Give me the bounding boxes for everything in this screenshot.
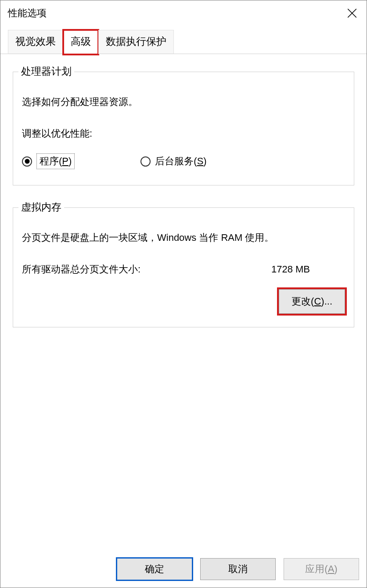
tab-dep[interactable]: 数据执行保护: [98, 30, 174, 54]
radio-programs-circle: [22, 156, 32, 167]
processor-scheduling-desc: 选择如何分配处理器资源。: [22, 94, 345, 109]
tab-bar: 视觉效果 高级 数据执行保护: [8, 30, 367, 54]
radio-programs[interactable]: 程序(P): [22, 153, 75, 169]
radio-background-label: 后台服务(S): [155, 155, 206, 168]
tab-advanced[interactable]: 高级: [63, 30, 98, 54]
titlebar: 性能选项: [0, 0, 367, 26]
processor-scheduling-legend: 处理器计划: [18, 65, 74, 78]
virtual-memory-legend: 虚拟内存: [18, 200, 64, 214]
radio-background-circle: [140, 156, 151, 167]
close-button[interactable]: [342, 3, 363, 24]
paging-file-size-row: 所有驱动器总分页文件大小: 1728 MB: [22, 263, 345, 276]
radio-row: 程序(P) 后台服务(S): [22, 153, 345, 169]
virtual-memory-group: 虚拟内存 分页文件是硬盘上的一块区域，Windows 当作 RAM 使用。 所有…: [13, 207, 354, 327]
tab-panel-advanced: 处理器计划 选择如何分配处理器资源。 调整以优化性能: 程序(P) 后台服务(S…: [0, 54, 367, 570]
radio-background-services[interactable]: 后台服务(S): [140, 155, 206, 168]
paging-file-size-value: 1728 MB: [271, 264, 310, 275]
window-title: 性能选项: [8, 7, 47, 20]
adjust-for-best-performance-label: 调整以优化性能:: [22, 127, 345, 140]
change-button[interactable]: 更改(C)...: [279, 289, 345, 314]
radio-programs-label: 程序(P): [36, 153, 75, 169]
close-icon: [346, 7, 358, 19]
tab-visual-effects[interactable]: 视觉效果: [8, 30, 63, 54]
paging-file-size-label: 所有驱动器总分页文件大小:: [22, 263, 140, 276]
virtual-memory-desc: 分页文件是硬盘上的一块区域，Windows 当作 RAM 使用。: [22, 230, 345, 245]
processor-scheduling-group: 处理器计划 选择如何分配处理器资源。 调整以优化性能: 程序(P) 后台服务(S…: [13, 72, 354, 185]
